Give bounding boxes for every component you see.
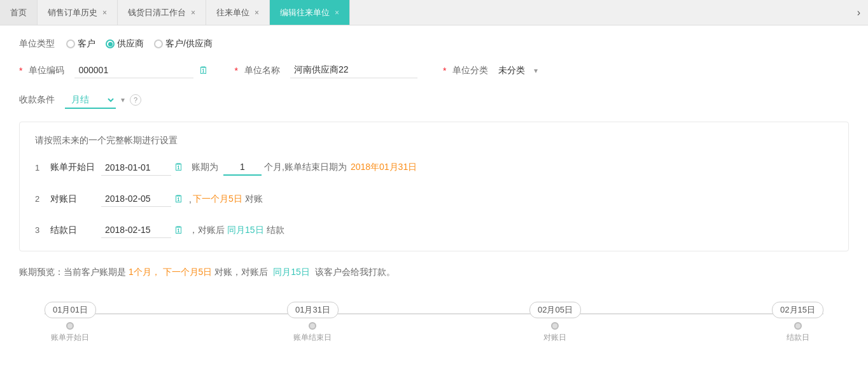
code-input[interactable] (74, 62, 193, 78)
period-payment-highlight: 同月15日 (227, 225, 264, 236)
preview-payment: 同月15日 (273, 267, 310, 277)
name-label: 单位名称 (244, 65, 280, 76)
timeline-label-3: 对账日 (543, 332, 566, 343)
tab-partner[interactable]: 往来单位 × (206, 0, 270, 25)
tab-cashier-close[interactable]: × (191, 8, 195, 17)
period-end-date: 2018年01月31日 (351, 162, 417, 173)
timeline-nodes: 01月01日 账单开始日 01月31日 账单结束日 02月05日 对账日 02月… (45, 302, 823, 343)
period-reconcile-highlight: 下一个月5日 (193, 194, 242, 205)
unit-type-label: 单位类型 (19, 38, 55, 50)
preview-period: 1个月， (129, 267, 160, 277)
name-field-group: * 单位名称 (234, 62, 417, 78)
unit-type-radio-group: 客户 供应商 客户/供应商 (66, 38, 213, 50)
period-desc-1b: 个月,账单结束日期为 (264, 162, 347, 173)
period-box: 请按照未来的一个完整帐期进行设置 1 账单开始日 🗓 账期为 个月,账单结束日期… (19, 122, 849, 251)
timeline-node-4: 02月15日 结款日 (772, 302, 823, 343)
period-desc-2-suffix: 对账 (245, 194, 263, 205)
timeline-label-1: 账单开始日 (51, 332, 89, 343)
timeline-badge-2: 01月31日 (287, 302, 339, 318)
reconcile-date-calendar-icon[interactable]: 🗓 (174, 194, 184, 205)
period-num-2: 2 (35, 194, 50, 204)
radio-customer-label: 客户 (78, 38, 95, 50)
radio-supplier[interactable]: 供应商 (106, 38, 144, 50)
timeline-dot-1 (66, 322, 74, 330)
tab-scroll-right[interactable]: › (850, 0, 868, 25)
unit-type-row: 单位类型 客户 供应商 客户/供应商 (19, 38, 849, 50)
name-input[interactable] (290, 62, 417, 78)
code-calendar-icon[interactable]: 🗓 (199, 65, 209, 76)
tab-cashier-label: 钱货日清工作台 (128, 7, 186, 18)
tab-home[interactable]: 首页 (0, 0, 38, 25)
category-field-group: * 单位分类 未分类 ▾ (443, 65, 538, 76)
reconcile-date-input[interactable] (101, 191, 171, 207)
radio-customer-circle (66, 39, 75, 48)
payment-label: 收款条件 (19, 94, 55, 106)
tab-edit-partner[interactable]: 编辑往来单位 × (270, 0, 350, 25)
timeline-badge-3: 02月05日 (529, 302, 581, 318)
tab-sales-history-close[interactable]: × (102, 8, 107, 17)
timeline-node-3: 02月05日 对账日 (529, 302, 581, 343)
payment-date-calendar-icon[interactable]: 🗓 (174, 225, 184, 236)
period-row-3: 3 结款日 🗓 ，对账后 同月15日 结款 (35, 222, 833, 238)
code-name-category-row: * 单位编码 🗓 * 单位名称 * 单位分类 未分类 ▾ (19, 62, 849, 78)
tab-edit-partner-label: 编辑往来单位 (280, 7, 330, 18)
radio-supplier-label: 供应商 (117, 38, 144, 50)
payment-date-input[interactable] (101, 222, 171, 238)
tab-sales-history[interactable]: 销售订单历史 × (38, 0, 118, 25)
radio-customer[interactable]: 客户 (66, 38, 95, 50)
period-desc-3-prefix: ，对账后 (189, 225, 225, 236)
period-row-2: 2 对账日 🗓 , 下一个月5日 对账 (35, 191, 833, 207)
timeline-node-1: 01月01日 账单开始日 (45, 302, 96, 343)
period-desc-1: 账期为 (192, 162, 218, 173)
period-desc-3-suffix: 结款 (267, 225, 284, 236)
period-title: 请按照未来的一个完整帐期进行设置 (35, 135, 833, 146)
code-label: 单位编码 (29, 65, 64, 76)
start-date-input[interactable] (101, 160, 171, 176)
period-row-1: 1 账单开始日 🗓 账期为 个月,账单结束日期为 2018年01月31日 (35, 159, 833, 176)
timeline-dot-2 (309, 322, 316, 330)
name-required: * (234, 66, 237, 76)
main-content: 单位类型 客户 供应商 客户/供应商 * 单位编码 🗓 * 单位名称 (0, 25, 868, 387)
timeline-badge-4: 02月15日 (772, 302, 823, 318)
tab-sales-history-label: 销售订单历史 (48, 7, 97, 18)
timeline-container: 01月01日 账单开始日 01月31日 账单结束日 02月05日 对账日 02月… (19, 295, 849, 349)
period-months-input[interactable] (223, 159, 262, 176)
payment-dropdown-arrow[interactable]: ▾ (121, 95, 125, 104)
radio-supplier-circle (106, 39, 115, 48)
timeline-node-2: 01月31日 账单结束日 (287, 302, 339, 343)
tab-edit-partner-close[interactable]: × (335, 8, 339, 17)
period-label-1: 账单开始日 (50, 162, 101, 173)
code-required: * (19, 66, 22, 76)
period-label-2: 对账日 (50, 194, 101, 205)
tab-bar: 首页 销售订单历史 × 钱货日清工作台 × 往来单位 × 编辑往来单位 × › (0, 0, 868, 25)
category-required: * (443, 66, 446, 76)
tab-home-label: 首页 (10, 7, 27, 18)
radio-both-label: 客户/供应商 (165, 38, 213, 50)
category-label: 单位分类 (452, 65, 488, 76)
tab-partner-close[interactable]: × (255, 8, 259, 17)
period-num-1: 1 (35, 163, 50, 172)
period-desc-2-prefix: , (189, 194, 192, 204)
category-value: 未分类 (498, 65, 525, 76)
period-label-3: 结款日 (50, 225, 101, 236)
preview-postfix: 该客户会给我打款。 (315, 267, 395, 277)
timeline-badge-1: 01月01日 (45, 302, 96, 318)
radio-both-circle (154, 39, 163, 48)
category-dropdown-arrow[interactable]: ▾ (534, 66, 538, 75)
payment-row: 收款条件 月结 ▾ ? (19, 91, 849, 109)
preview-reconcile: 下一个月5日 (163, 267, 213, 277)
timeline-label-4: 结款日 (787, 332, 809, 343)
timeline-dot-4 (794, 322, 802, 330)
preview-text: 账期预览：当前客户账期是 1个月， 下一个月5日 对账，对账后 同月15日 该客… (19, 264, 849, 280)
tab-partner-label: 往来单位 (216, 7, 249, 18)
start-date-calendar-icon[interactable]: 🗓 (174, 162, 184, 173)
timeline-dot-3 (551, 322, 559, 330)
tab-cashier[interactable]: 钱货日清工作台 × (118, 0, 206, 25)
timeline-label-2: 账单结束日 (293, 332, 332, 343)
preview-prefix: 账期预览：当前客户账期是 (19, 267, 126, 277)
help-icon[interactable]: ? (130, 94, 141, 106)
payment-select[interactable]: 月结 (65, 91, 116, 109)
code-field-group: * 单位编码 🗓 (19, 62, 209, 78)
period-num-3: 3 (35, 225, 50, 235)
radio-both[interactable]: 客户/供应商 (154, 38, 213, 50)
